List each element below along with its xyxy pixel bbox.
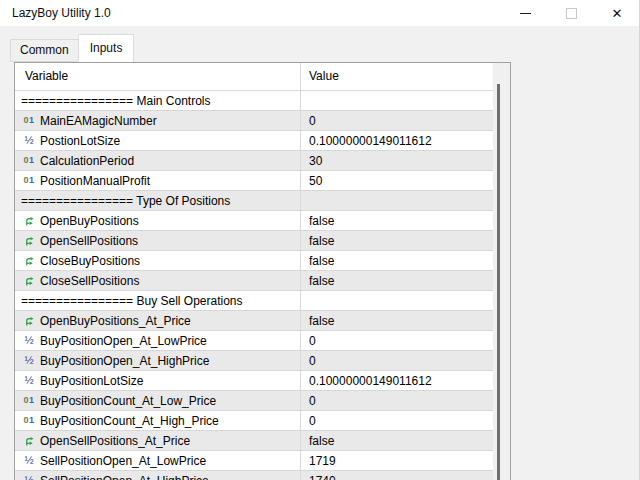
table-body: ================ Main Controls01MainEAMa… (15, 91, 510, 480)
variable-cell: 01PositionManualProfit (15, 171, 300, 190)
value-text: false (309, 314, 334, 328)
value-text: false (309, 234, 334, 248)
double-type-icon: ½ (21, 475, 37, 480)
value-cell[interactable]: false (300, 251, 510, 270)
value-cell[interactable]: 0 (300, 331, 510, 350)
param-row[interactable]: ½BuyPositionOpen_At_LowPrice0 (15, 331, 510, 351)
value-cell[interactable]: 0 (300, 351, 510, 370)
inputs-table: Variable Value ================ Main Con… (14, 62, 511, 480)
value-cell[interactable]: false (300, 271, 510, 290)
value-text: 0 (309, 114, 316, 128)
value-cell[interactable]: 0 (300, 391, 510, 410)
variable-cell: 01CalculationPeriod (15, 151, 300, 170)
param-row[interactable]: OpenSellPositionsfalse (15, 231, 510, 251)
value-text: 1719 (309, 454, 336, 468)
param-row[interactable]: 01BuyPositionCount_At_Low_Price0 (15, 391, 510, 411)
section-row: ================ Buy Sell Operations (15, 291, 510, 311)
value-cell[interactable]: 0.10000000149011612 (300, 371, 510, 390)
variable-name: BuyPositionCount_At_Low_Price (40, 394, 216, 408)
variable-cell: OpenSellPositions (15, 231, 300, 250)
param-row[interactable]: ½SellPositionOpen_At_LowPrice1719 (15, 451, 510, 471)
param-row[interactable]: OpenBuyPositionsfalse (15, 211, 510, 231)
double-type-icon: ½ (21, 335, 37, 346)
value-cell[interactable]: 1719 (300, 451, 510, 470)
param-row[interactable]: ½BuyPositionOpen_At_HighPrice0 (15, 351, 510, 371)
value-cell[interactable]: 0 (300, 411, 510, 430)
variable-cell: ½BuyPositionOpen_At_HighPrice (15, 351, 300, 370)
variable-name: CloseBuyPositions (40, 254, 140, 268)
value-cell[interactable]: 0.10000000149011612 (300, 131, 510, 150)
window-controls: ✕ (502, 0, 640, 26)
double-type-icon: ½ (21, 135, 37, 146)
param-row[interactable]: ½BuyPositionLotSize0.10000000149011612 (15, 371, 510, 391)
param-row[interactable]: 01MainEAMagicNumber0 (15, 111, 510, 131)
variable-cell: OpenBuyPositions (15, 211, 300, 230)
tab-strip: Common Inputs (10, 33, 134, 62)
variable-name: SellPositionOpen_At_HighPrice (40, 474, 209, 480)
variable-name: BuyPositionCount_At_High_Price (40, 414, 219, 428)
tab-inputs[interactable]: Inputs (78, 34, 135, 62)
value-cell (300, 191, 510, 210)
value-text: 0.10000000149011612 (309, 374, 432, 388)
value-cell[interactable]: 50 (300, 171, 510, 190)
section-label: ================ Buy Sell Operations (21, 294, 243, 308)
param-row[interactable]: 01CalculationPeriod30 (15, 151, 510, 171)
value-cell[interactable]: false (300, 431, 510, 450)
integer-type-icon: 01 (21, 156, 37, 165)
param-row[interactable]: ½SellPositionOpen_At_HighPrice1740 (15, 471, 510, 480)
value-cell[interactable]: false (300, 231, 510, 250)
value-text: 30 (309, 154, 322, 168)
value-text: false (309, 434, 334, 448)
bool-type-icon (21, 315, 37, 326)
variable-name: OpenBuyPositions (40, 214, 139, 228)
value-cell[interactable]: 30 (300, 151, 510, 170)
value-cell[interactable]: 1740 (300, 471, 510, 480)
variable-cell: ½BuyPositionLotSize (15, 371, 300, 390)
bool-type-icon (21, 435, 37, 446)
vertical-scrollbar[interactable] (493, 63, 510, 480)
param-row[interactable]: OpenSellPositions_At_Pricefalse (15, 431, 510, 451)
variable-cell: ================ Main Controls (15, 91, 300, 110)
param-row[interactable]: OpenBuyPositions_At_Pricefalse (15, 311, 510, 331)
variable-name: CloseSellPositions (40, 274, 139, 288)
value-text: 0 (309, 394, 316, 408)
value-text: false (309, 254, 334, 268)
param-row[interactable]: 01PositionManualProfit50 (15, 171, 510, 191)
window-title: LazyBoy Utility 1.0 (12, 6, 111, 20)
section-row: ================ Main Controls (15, 91, 510, 111)
section-row: ================ Type Of Positions (15, 191, 510, 211)
param-row[interactable]: ½PostionLotSize0.10000000149011612 (15, 131, 510, 151)
variable-name: PostionLotSize (40, 134, 120, 148)
variable-name: BuyPositionOpen_At_LowPrice (40, 334, 207, 348)
maximize-button[interactable] (548, 0, 594, 26)
close-button[interactable]: ✕ (594, 0, 640, 26)
value-cell[interactable]: false (300, 211, 510, 230)
bool-type-icon (21, 275, 37, 286)
param-row[interactable]: 01BuyPositionCount_At_High_Price0 (15, 411, 510, 431)
variable-name: OpenSellPositions_At_Price (40, 434, 190, 448)
variable-name: BuyPositionLotSize (40, 374, 143, 388)
value-cell[interactable]: 0 (300, 111, 510, 130)
minimize-icon (520, 13, 531, 14)
variable-cell: ½SellPositionOpen_At_LowPrice (15, 451, 300, 470)
value-text: 1740 (309, 474, 336, 480)
value-cell[interactable]: false (300, 311, 510, 330)
column-header-value: Value (300, 63, 510, 90)
table-header: Variable Value (15, 63, 510, 91)
variable-cell: CloseSellPositions (15, 271, 300, 290)
integer-type-icon: 01 (21, 396, 37, 405)
bool-type-icon (21, 235, 37, 246)
param-row[interactable]: CloseSellPositionsfalse (15, 271, 510, 291)
value-cell (300, 291, 510, 310)
param-row[interactable]: CloseBuyPositionsfalse (15, 251, 510, 271)
value-text: false (309, 214, 334, 228)
value-text: 50 (309, 174, 322, 188)
double-type-icon: ½ (21, 375, 37, 386)
scrollbar-thumb[interactable] (497, 84, 500, 480)
minimize-button[interactable] (502, 0, 548, 26)
bool-type-icon (21, 215, 37, 226)
integer-type-icon: 01 (21, 176, 37, 185)
variable-cell: ½PostionLotSize (15, 131, 300, 150)
section-label: ================ Type Of Positions (21, 194, 230, 208)
tab-common[interactable]: Common (10, 39, 79, 62)
